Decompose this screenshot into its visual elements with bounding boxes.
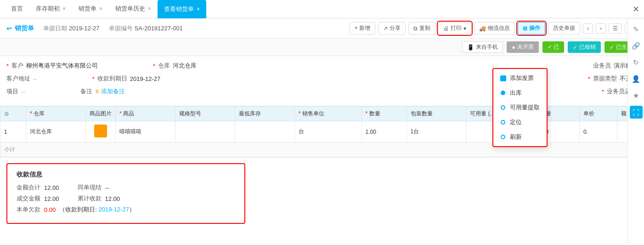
- remark-field: 备注 ⊕ 添加备注: [80, 87, 125, 96]
- tab-home[interactable]: 首页: [5, 0, 29, 18]
- close-sales-history[interactable]: ×: [148, 6, 151, 12]
- tab-inventory-init[interactable]: 库存期初 ×: [29, 0, 72, 18]
- cumulative-field: 累计收款 12.00: [78, 194, 120, 203]
- locate-item[interactable]: 定位: [493, 115, 547, 130]
- add-remark-link[interactable]: ⊕ 添加备注: [95, 87, 125, 96]
- list-view-btn[interactable]: ☰: [609, 23, 622, 34]
- new-button[interactable]: + 新增: [350, 22, 375, 34]
- share-button[interactable]: ↗ 分享: [378, 22, 406, 34]
- doc-title: ↩ 销货单: [6, 24, 34, 33]
- col-product: * 商品: [115, 107, 175, 121]
- logistics-button[interactable]: 🚚 物流信息: [474, 22, 515, 34]
- row-min-stock: [235, 121, 294, 142]
- operate-dropdown: 添加发票 出库 可用量提取 定位 刷新: [492, 68, 548, 147]
- doc-date: 单据日期 2019-12-27: [43, 24, 100, 33]
- refresh-item[interactable]: 刷新: [493, 130, 547, 144]
- invoice-icon: ●: [512, 44, 515, 51]
- tab-sales-history[interactable]: 销货单历史 ×: [109, 0, 158, 18]
- total-amount-field: 金额合计 12.00: [17, 183, 59, 192]
- right-sidebar: ✎ 🔗 ↻ 👤 ★ ⛶: [627, 18, 644, 245]
- doc-meta: 单据日期 2019-12-27 单据编号 SA-20191227-001: [43, 24, 183, 33]
- product-thumbnail: [94, 125, 107, 137]
- col-pack-qty: 包装数量: [407, 107, 466, 121]
- sidebar-user-icon[interactable]: 👤: [630, 73, 643, 85]
- available-qty-icon: [500, 104, 506, 111]
- col-spec: 规格型号: [175, 107, 235, 121]
- effective-icon: ✓: [610, 44, 614, 51]
- same-order-field: 同单现结 --: [78, 183, 109, 192]
- from-phone-btn[interactable]: 📱 来自手机: [462, 41, 503, 53]
- outbound-item[interactable]: 出库: [493, 85, 547, 100]
- outbound-icon: [500, 90, 506, 96]
- sidebar-edit-icon[interactable]: ✎: [630, 23, 643, 36]
- row-warehouse: 河北仓库: [26, 121, 85, 142]
- add-invoice-item[interactable]: 添加发票: [493, 71, 547, 85]
- print-button[interactable]: 🖨 打印 ▾: [438, 22, 471, 34]
- close-inventory-init[interactable]: ×: [62, 6, 66, 12]
- trade-amount-field: 成交金额 12.00: [17, 194, 59, 203]
- warehouse-field: * 仓库 河北仓库: [153, 62, 197, 70]
- sidebar-link-icon[interactable]: 🔗: [630, 40, 643, 52]
- close-view-sales[interactable]: ×: [197, 6, 200, 12]
- row-qty: 1.00: [362, 121, 407, 142]
- sidebar-expand-icon[interactable]: ⛶: [630, 106, 643, 119]
- tab-bar: 首页 库存期初 × 销货单 × 销货单历史 × 查看销货单 × ✕: [0, 0, 644, 18]
- add-remark-icon: ⊕: [95, 88, 100, 95]
- locate-icon: [500, 119, 506, 125]
- row-product: 嘻嘻嘻嘻: [115, 121, 175, 142]
- col-warehouse: * 仓库: [26, 107, 85, 121]
- address-field: 客户地址 --: [6, 74, 37, 83]
- copy-icon: ⧉: [413, 25, 418, 32]
- col-min-stock: 最低库存: [235, 107, 294, 121]
- customer-field: * 客户 柳州粤港平安气体有限公司: [6, 62, 98, 70]
- col-unit: * 销售单位: [294, 107, 362, 121]
- main-content: ↩ 销货单 单据日期 2019-12-27 单据编号 SA-20191227-0…: [0, 18, 644, 245]
- sidebar-refresh-icon[interactable]: ↻: [630, 56, 643, 69]
- col-qty: * 数量: [362, 107, 407, 121]
- col-img: 商品图片: [85, 107, 115, 121]
- doc-number: 单据编号 SA-20191227-001: [109, 24, 183, 33]
- doc-actions: + 新增 ↗ 分享 ⧉ 复制 🖨 打印 ▾ 🚚 物流信息 ⊞ 操作: [350, 22, 638, 34]
- toolbar-secondary: 📱 来自手机 ● 未开票 ✓ 已 ✓ 已核销 ✓ 已生效: [0, 39, 644, 56]
- project-field: 项目 --: [6, 87, 25, 96]
- row-spec: [175, 121, 235, 142]
- tab-sales-order[interactable]: 销货单 ×: [72, 0, 109, 18]
- available-qty-item[interactable]: 可用量提取: [493, 100, 547, 115]
- history-button[interactable]: 历史单据: [548, 22, 580, 34]
- tab-view-sales[interactable]: 查看销货单 ×: [158, 0, 206, 18]
- col-unit-price: 单价: [580, 107, 617, 121]
- print-dropdown-arrow: ▾: [463, 25, 466, 32]
- row-img: [85, 121, 115, 142]
- share-icon: ↗: [383, 25, 388, 32]
- operate-icon: ⊞: [523, 25, 527, 32]
- verified-btn[interactable]: ✓ 已核销: [568, 41, 601, 53]
- due-date-field: * 收款到期日 2019-12-27: [92, 74, 161, 83]
- payment-row-2: 成交金额 12.00 累计收款 12.00: [17, 194, 235, 203]
- doc-header: ↩ 销货单 单据日期 2019-12-27 单据编号 SA-20191227-0…: [0, 18, 644, 39]
- row-unit-price: 0.: [580, 121, 617, 142]
- settings-icon[interactable]: ⚙: [4, 111, 9, 117]
- checkmark-btn[interactable]: ✓ 已: [542, 41, 564, 53]
- not-open-btn[interactable]: ● 未开票: [507, 41, 538, 53]
- close-sales-order[interactable]: ×: [99, 6, 102, 12]
- tab-bar-close-btn[interactable]: ✕: [633, 4, 639, 14]
- refresh-icon: [500, 134, 506, 140]
- logistics-icon: 🚚: [479, 25, 486, 32]
- next-record-btn[interactable]: ›: [596, 23, 606, 34]
- print-icon: 🖨: [443, 25, 449, 32]
- row-no: 1: [0, 121, 26, 142]
- owe-field: 本单欠款 0.00 （收款到期日: 2019-12-27）: [17, 205, 135, 214]
- operate-button[interactable]: ⊞ 操作: [518, 22, 545, 34]
- copy-button[interactable]: ⧉ 复制: [408, 22, 435, 34]
- row-unit: 台: [294, 121, 362, 142]
- sales-order-icon: ↩: [6, 25, 12, 32]
- sidebar-star-icon[interactable]: ★: [630, 89, 643, 102]
- payment-info-box: 收款信息 金额合计 12.00 同单现结 -- 成交金额 12.00 累计收款 …: [6, 163, 245, 224]
- col-settings[interactable]: ⚙: [0, 107, 26, 121]
- prev-record-btn[interactable]: ‹: [583, 23, 593, 34]
- phone-icon: 📱: [467, 44, 474, 51]
- verified-icon: ✓: [573, 44, 577, 51]
- payment-title: 收款信息: [17, 171, 235, 179]
- payment-row-1: 金额合计 12.00 同单现结 --: [17, 183, 235, 192]
- row-pack-qty: 1台: [407, 121, 466, 142]
